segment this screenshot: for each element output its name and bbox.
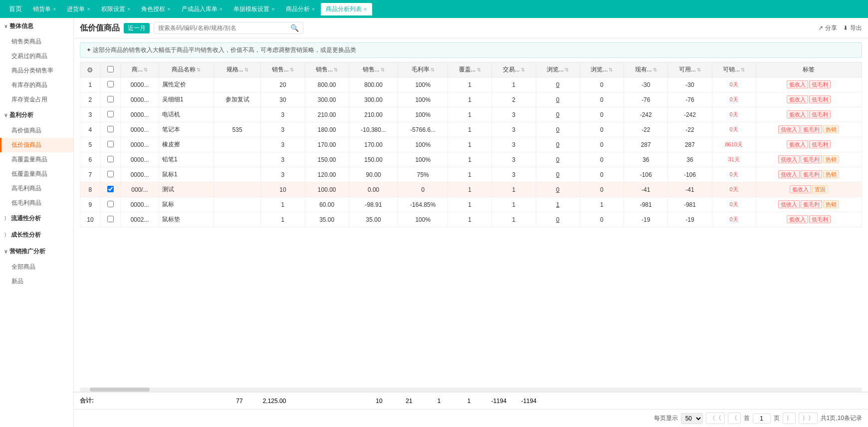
sidebar-item-category-sales-rate[interactable]: 商品分类销售率 [0, 63, 73, 78]
browse-link[interactable]: 0 [556, 126, 560, 133]
select-all-checkbox[interactable] [107, 66, 114, 72]
close-icon[interactable]: × [167, 6, 170, 12]
nav-sales-order[interactable]: 销货单 × [28, 3, 61, 15]
row-browse1[interactable]: 0 [536, 182, 580, 197]
col-browse1[interactable]: 浏览...⇅ [536, 62, 580, 77]
row-check[interactable] [100, 182, 120, 197]
nav-home[interactable]: 首页 [4, 2, 27, 15]
row-check[interactable] [100, 92, 120, 107]
col-settings[interactable]: ⚙ [80, 62, 101, 77]
sidebar-group-circulation[interactable]: 〉 流通性分析 [0, 210, 73, 227]
sidebar-item-low-coverage[interactable]: 低覆盖量商品 [0, 167, 73, 181]
scrollbar-thumb[interactable] [90, 388, 150, 392]
row-check[interactable] [100, 167, 120, 182]
row-check[interactable] [100, 122, 120, 137]
sidebar-item-stocked-products[interactable]: 有库存的商品 [0, 78, 73, 92]
row-check[interactable] [100, 212, 120, 227]
row-checkbox[interactable] [107, 171, 114, 177]
settings-icon[interactable]: ⚙ [87, 66, 93, 74]
col-spec[interactable]: 规格...⇅ [214, 62, 260, 77]
col-name[interactable]: 商品名称⇅ [159, 62, 214, 77]
sidebar-item-all-products[interactable]: 全部商品 [0, 260, 73, 274]
close-icon[interactable]: × [53, 6, 56, 12]
row-checkbox[interactable] [107, 126, 114, 132]
row-checkbox[interactable] [107, 96, 114, 102]
browse-link[interactable]: 0 [556, 186, 560, 193]
nav-product-analysis[interactable]: 商品分析 × [281, 3, 320, 15]
sidebar-item-high-margin[interactable]: 高毛利商品 [0, 181, 73, 196]
sidebar-item-sales-products[interactable]: 销售类商品 [0, 34, 73, 49]
close-icon[interactable]: × [127, 6, 130, 12]
row-browse1[interactable]: 0 [536, 77, 580, 92]
row-check[interactable] [100, 77, 120, 92]
browse-link[interactable]: 0 [556, 81, 560, 88]
per-page-select[interactable]: 50 [681, 413, 703, 424]
first-page-button[interactable]: 〈〈 [706, 413, 725, 424]
row-browse1[interactable]: 0 [536, 212, 580, 227]
col-check[interactable] [100, 62, 120, 77]
search-input[interactable] [158, 24, 288, 31]
sidebar-item-high-coverage[interactable]: 高覆盖量商品 [0, 152, 73, 167]
close-icon[interactable]: × [364, 6, 367, 12]
row-checkbox[interactable] [107, 186, 114, 192]
row-check[interactable] [100, 197, 120, 212]
row-browse1[interactable]: 0 [536, 92, 580, 107]
col-available[interactable]: 可用...⇅ [668, 62, 712, 77]
col-browse2[interactable]: 浏览...⇅ [580, 62, 624, 77]
browse-link[interactable]: 0 [556, 216, 560, 223]
search-icon[interactable]: 🔍 [290, 24, 299, 32]
row-checkbox[interactable] [107, 216, 114, 222]
row-check[interactable] [100, 107, 120, 122]
nav-product-analysis-list[interactable]: 商品分析列表 × [321, 3, 372, 15]
nav-permission[interactable]: 权限设置 × [96, 3, 135, 15]
col-sales-qty[interactable]: 销售...⇅ [261, 62, 305, 77]
close-icon[interactable]: × [87, 6, 90, 12]
row-browse1[interactable]: 0 [536, 137, 580, 152]
nav-purchase-order[interactable]: 进货单 × [62, 3, 95, 15]
row-browse1[interactable]: 0 [536, 107, 580, 122]
sidebar-group-marketing[interactable]: ∨ 营销推广分析 [0, 243, 73, 260]
col-current[interactable]: 现有...⇅ [624, 62, 668, 77]
sidebar-item-high-value[interactable]: 高价值商品 [0, 123, 73, 138]
row-checkbox[interactable] [107, 111, 114, 117]
page-input[interactable] [753, 414, 771, 424]
col-sales-price[interactable]: 销售...⇅ [305, 62, 349, 77]
browse-link[interactable]: 0 [556, 141, 560, 148]
nav-product-inbound[interactable]: 产成品入库单 × [177, 3, 227, 15]
sidebar-item-new-products[interactable]: 新品 [0, 274, 73, 289]
row-browse1[interactable]: 0 [536, 122, 580, 137]
col-sales-amount[interactable]: 销售...⇅ [349, 62, 398, 77]
browse-link[interactable]: 0 [556, 111, 560, 118]
close-icon[interactable]: × [312, 6, 315, 12]
sidebar-item-low-margin[interactable]: 低毛利商品 [0, 196, 73, 210]
browse-link[interactable]: 1 [556, 201, 560, 208]
sidebar-group-growth[interactable]: 〉 成长性分析 [0, 227, 73, 243]
row-check[interactable] [100, 137, 120, 152]
search-box[interactable]: 🔍 [154, 22, 303, 34]
next-page-button[interactable]: 〉 [783, 413, 796, 424]
sidebar-item-inventory-capital[interactable]: 库存资金占用 [0, 92, 73, 107]
row-checkbox[interactable] [107, 141, 114, 147]
row-checkbox[interactable] [107, 156, 114, 162]
col-trade[interactable]: 交易...⇅ [492, 62, 536, 77]
last-page-button[interactable]: 〉〉 [799, 413, 818, 424]
browse-link[interactable]: 0 [556, 156, 560, 163]
export-button[interactable]: ⬇ 导出 [843, 24, 862, 32]
browse-link[interactable]: 0 [556, 96, 560, 103]
browse-link[interactable]: 0 [556, 171, 560, 178]
row-checkbox[interactable] [107, 81, 114, 87]
col-saleable[interactable]: 可销...⇅ [712, 62, 756, 77]
share-button[interactable]: ↗ 分享 [818, 24, 837, 32]
col-code[interactable]: 商...⇅ [121, 62, 159, 77]
sidebar-group-profit[interactable]: ∨ 盈利分析 [0, 107, 73, 123]
horizontal-scrollbar[interactable] [80, 388, 862, 392]
nav-role-auth[interactable]: 角色授权 × [136, 3, 175, 15]
row-check[interactable] [100, 152, 120, 167]
col-gross-rate[interactable]: 毛利率⇅ [398, 62, 448, 77]
row-browse1[interactable]: 1 [536, 197, 580, 212]
prev-page-button[interactable]: 〈 [728, 413, 741, 424]
filter-tag[interactable]: 近一月 [124, 23, 150, 33]
row-browse1[interactable]: 0 [536, 152, 580, 167]
close-icon[interactable]: × [271, 6, 274, 12]
row-checkbox[interactable] [107, 201, 114, 207]
